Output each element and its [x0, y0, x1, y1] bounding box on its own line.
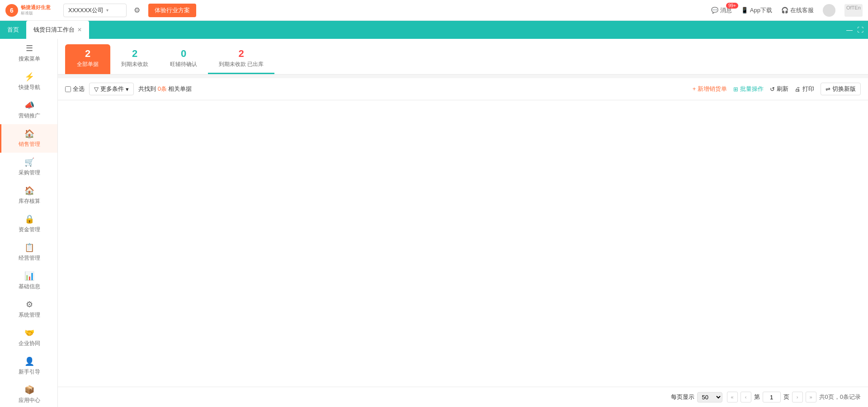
chevron-down-icon: ▾	[126, 86, 129, 93]
select-all-checkbox[interactable]: 全选	[65, 85, 85, 93]
sidebar-item-operations[interactable]: 📋 经营管理	[0, 238, 57, 267]
operations-icon: 📋	[24, 243, 34, 253]
user-name-area[interactable]: OfTEn	[844, 4, 863, 17]
pagination-bar: 每页显示 50 100 200 « ‹ 第 页 › » 共0页，0条记录	[58, 387, 868, 407]
sidebar-item-guide[interactable]: 👤 新手引导	[0, 352, 57, 380]
quick-nav-icon: ⚡	[24, 72, 34, 82]
header-right: 💬 消息 99+ 📱 App下载 🎧 在线客服 OfTEn	[711, 4, 863, 17]
sidebar-item-enterprise[interactable]: 🤝 企业协同	[0, 323, 57, 352]
all-checkbox-input[interactable]	[65, 86, 71, 92]
main-layout: ☰ 搜索菜单 ⚡ 快捷导航 📣 营销推广 🏠 销售管理 🛒 采购管理 🏠 库存核…	[0, 39, 868, 407]
page-input[interactable]	[763, 392, 781, 402]
total-records-text: 共0页，0条记录	[819, 393, 861, 401]
logo-area: 6 畅捷通好生意 标准版	[5, 4, 63, 17]
sidebar-item-marketing[interactable]: 📣 营销推广	[0, 96, 57, 124]
stats-tabs: 2 全部单据 2 到期未收款 0 旺辅待确认 2 到期未收款 已出库	[58, 39, 868, 75]
chevron-down-icon: ▾	[106, 8, 108, 13]
last-page-button[interactable]: »	[806, 392, 816, 402]
print-button[interactable]: 🖨 打印	[795, 85, 814, 93]
app-download-button[interactable]: 📱 App下载	[741, 6, 772, 14]
logo-text: 畅捷通好生意 标准版	[21, 4, 51, 16]
top-header: 6 畅捷通好生意 标准版 XXXXXX公司 ▾ ⚙ 体验行业方案 💬 消息 99…	[0, 0, 868, 21]
sidebar-item-quick-nav[interactable]: ⚡ 快捷导航	[0, 67, 57, 96]
sidebar-item-basic-info[interactable]: 📊 基础信息	[0, 267, 57, 295]
tab-bar: 首页 钱货日清工作台 ✕ — ⛶	[0, 21, 868, 39]
message-badge: 99+	[726, 3, 738, 9]
message-icon: 💬	[711, 7, 718, 14]
content-area: 2 全部单据 2 到期未收款 0 旺辅待确认 2 到期未收款 已出库 全选	[58, 39, 868, 407]
finance-icon: 🔒	[24, 214, 34, 224]
close-icon[interactable]: ✕	[77, 27, 82, 33]
message-button[interactable]: 💬 消息 99+	[711, 6, 732, 14]
avatar[interactable]	[823, 4, 835, 17]
maximize-icon[interactable]: ⛶	[857, 26, 863, 33]
enterprise-icon: 🤝	[24, 328, 34, 338]
filter-icon: ▽	[94, 86, 99, 93]
switch-icon: ⇌	[826, 86, 830, 93]
sidebar-item-inventory[interactable]: 🏠 库存核算	[0, 181, 57, 210]
app-center-icon: 📦	[24, 385, 34, 395]
tab-home[interactable]: 首页	[0, 21, 26, 39]
purchase-icon: 🛒	[24, 157, 34, 167]
basic-info-icon: 📊	[24, 271, 34, 281]
online-service-button[interactable]: 🎧 在线客服	[781, 6, 814, 14]
sidebar-item-finance[interactable]: 🔒 资金管理	[0, 210, 57, 238]
app-logo: 6	[5, 4, 18, 17]
found-text: 共找到 0条 相关单据	[138, 85, 192, 93]
sidebar: ☰ 搜索菜单 ⚡ 快捷导航 📣 营销推广 🏠 销售管理 🛒 采购管理 🏠 库存核…	[0, 39, 58, 407]
settings-button[interactable]: ⚙	[130, 4, 144, 17]
switch-new-version-button[interactable]: ⇌ 切换新版	[821, 83, 861, 95]
table-area	[58, 100, 868, 387]
company-selector[interactable]: XXXXXX公司 ▾	[63, 4, 127, 17]
sidebar-item-system[interactable]: ⚙ 系统管理	[0, 295, 57, 323]
inventory-icon: 🏠	[24, 186, 34, 196]
tab-bar-actions: — ⛶	[846, 26, 868, 33]
stats-tab-overdue[interactable]: 2 到期未收款	[110, 44, 159, 74]
sidebar-item-app-center[interactable]: 📦 应用中心	[0, 380, 57, 407]
tab-workbench[interactable]: 钱货日清工作台 ✕	[26, 21, 89, 39]
stats-tab-out[interactable]: 2 到期未收款 已出库	[208, 44, 274, 74]
toolbar: 全选 ▽ 更多条件 ▾ 共找到 0条 相关单据 + 新增销货单 ⊞ 批量操作	[58, 78, 868, 100]
new-sale-button[interactable]: + 新增销货单	[693, 85, 727, 93]
refresh-button[interactable]: ↺ 刷新	[770, 85, 788, 93]
per-page-selector: 每页显示 50 100 200	[671, 392, 722, 402]
refresh-icon: ↺	[770, 86, 775, 93]
search-menu-icon: ☰	[26, 43, 33, 53]
sales-icon: 🏠	[24, 129, 34, 139]
first-page-button[interactable]: «	[727, 392, 738, 402]
toolbar-right: + 新增销货单 ⊞ 批量操作 ↺ 刷新 🖨 打印 ⇌ 切换新版	[693, 83, 861, 95]
batch-icon: ⊞	[733, 86, 738, 93]
gear-icon: ⚙	[134, 6, 140, 14]
download-icon: 📱	[741, 7, 748, 14]
filter-button[interactable]: ▽ 更多条件 ▾	[89, 83, 134, 95]
next-page-button[interactable]: ›	[792, 392, 803, 402]
sidebar-item-sales[interactable]: 🏠 销售管理	[0, 124, 57, 153]
service-icon: 🎧	[781, 7, 788, 14]
system-icon: ⚙	[26, 299, 33, 309]
marketing-icon: 📣	[24, 100, 34, 110]
batch-ops-button[interactable]: ⊞ 批量操作	[733, 85, 764, 93]
stats-tab-pending[interactable]: 0 旺辅待确认	[159, 44, 208, 74]
sidebar-item-search-menu[interactable]: ☰ 搜索菜单	[0, 39, 57, 67]
stats-tab-all[interactable]: 2 全部单据	[65, 44, 110, 74]
guide-icon: 👤	[24, 356, 34, 366]
prev-page-button[interactable]: ‹	[741, 392, 751, 402]
sidebar-item-purchase[interactable]: 🛒 采购管理	[0, 153, 57, 181]
minimize-icon[interactable]: —	[846, 26, 853, 33]
page-navigation: « ‹ 第 页 › » 共0页，0条记录	[727, 392, 861, 402]
experience-industry-button[interactable]: 体验行业方案	[148, 4, 196, 17]
per-page-select[interactable]: 50 100 200	[697, 392, 722, 402]
print-icon: 🖨	[795, 86, 801, 93]
